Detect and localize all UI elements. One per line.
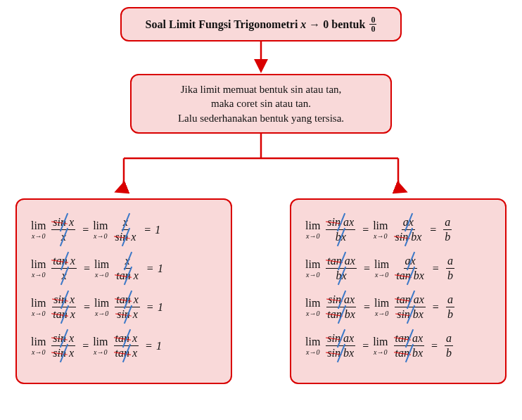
title-arrow: → 0 bentuk (309, 18, 365, 31)
rule-line-2: maka coret sin atau tan. (144, 96, 378, 110)
rule-box: Jika limit memuat bentuk sin atau tan, m… (130, 74, 392, 134)
limit-sinx-over-x: limx→0 sin x x = limx→0 x sin x = 1 (31, 215, 217, 244)
rule-line-1: Jika limit memuat bentuk sin atau tan, (144, 82, 378, 96)
limit-sinx-over-tanx: limx→0 sin x tan x = limx→0 tan x sin x … (31, 293, 217, 322)
limit-tanax-over-bx: limx→0 tan ax bx = limx→0 ax tan bx = ab (305, 254, 491, 283)
zero-over-zero: 0 0 (369, 15, 376, 33)
limit-sinax-over-tanbx: limx→0 sin ax tan bx = limx→0 tan ax sin… (305, 293, 491, 322)
limit-sinx-over-sinx: limx→0 sin x sin x = limx→0 tan x tan x … (31, 331, 217, 360)
title-var: x (300, 18, 306, 31)
limits-general-box: limx→0 sin ax bx = limx→0 ax sin bx = ab… (290, 198, 507, 384)
limit-sinax-over-bx: limx→0 sin ax bx = limx→0 ax sin bx = ab (305, 215, 491, 244)
title-box: Soal Limit Fungsi Trigonometri x → 0 ben… (120, 7, 402, 42)
title-prefix: Soal Limit Fungsi Trigonometri (146, 18, 298, 31)
rule-line-3: Lalu sederhanakan bentuk yang tersisa. (144, 111, 378, 125)
limit-tanx-over-x: limx→0 tan x x = limx→0 x tan x = 1 (31, 254, 217, 283)
limits-basic-box: limx→0 sin x x = limx→0 x sin x = 1 limx… (15, 198, 232, 384)
limit-sinax-over-sinbx: limx→0 sin ax sin bx = limx→0 tan ax tan… (305, 331, 491, 360)
